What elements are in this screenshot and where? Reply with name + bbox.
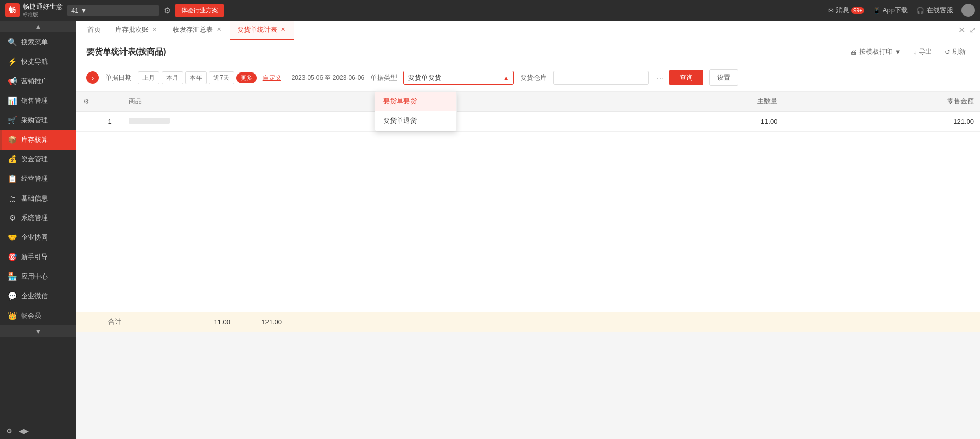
tab-order-stat-label: 要货单统计表	[237, 25, 277, 34]
settings-button[interactable]: 设置	[709, 69, 738, 86]
sidebar-collapse-icon[interactable]: ◀▶	[19, 427, 29, 435]
sidebar-item-enterprise[interactable]: 🤝 企业协同	[0, 228, 76, 247]
page-title: 要货单统计表(按商品)	[86, 47, 166, 58]
company-name: 41	[71, 7, 78, 14]
sidebar-label-enterprise: 企业协同	[21, 233, 48, 242]
tab-home[interactable]: 首页	[80, 21, 108, 40]
date-more-badge[interactable]: 更多	[236, 72, 257, 83]
sidebar-item-basics[interactable]: 🗂 基础信息	[0, 189, 76, 208]
sidebar-item-guide[interactable]: 🎯 新手引导	[0, 247, 76, 267]
type-select-input[interactable]	[404, 71, 498, 84]
messages-button[interactable]: ✉ 消息 99+	[828, 6, 864, 15]
sidebar-item-member[interactable]: 👑 畅会员	[0, 306, 76, 325]
settings-gear-icon[interactable]: ⚙	[164, 6, 171, 15]
logo-icon: 畅	[5, 3, 20, 17]
app-label: App下载	[883, 6, 908, 15]
dropdown-item-request[interactable]: 要货单要货	[375, 92, 456, 111]
footer-amount: 121.00	[237, 318, 288, 326]
row-amount: 121.00	[783, 112, 980, 132]
avatar[interactable]	[961, 4, 975, 17]
sidebar-label-wechat: 企业微信	[21, 291, 48, 301]
table-empty-area	[76, 132, 980, 312]
tab-receivable[interactable]: 收发存汇总表 ✕	[166, 21, 230, 40]
sidebar-item-sales[interactable]: 📊 销售管理	[0, 91, 76, 111]
table-header-row: ⚙ 商品 主计量单位 主数量 零售金额	[76, 92, 980, 112]
date-range-display: 2023-05-06 至 2023-06-06	[292, 74, 364, 82]
tab-window-maximize[interactable]: ⤢	[969, 25, 976, 35]
data-table: ⚙ 商品 主计量单位 主数量 零售金额 1	[76, 92, 980, 132]
sidebar-scroll-up[interactable]: ▲	[0, 21, 76, 32]
tab-order-stat-close[interactable]: ✕	[279, 26, 287, 33]
row-index: 1	[97, 112, 122, 132]
sidebar-item-system[interactable]: ⚙ 系统管理	[0, 208, 76, 228]
date-btn-7days[interactable]: 近7天	[209, 71, 234, 84]
date-btn-last-month[interactable]: 上月	[138, 71, 159, 84]
company-selector[interactable]: 41 ▼	[67, 5, 159, 16]
system-icon: ⚙	[8, 213, 17, 223]
message-icon: ✉	[828, 7, 834, 14]
sidebar-item-appstore[interactable]: 🏪 应用中心	[0, 267, 76, 286]
topbar: 畅 畅捷通好生意 标准版 41 ▼ ⚙ 体验行业方案 ✉ 消息 99+ 📱 Ap…	[0, 0, 980, 21]
query-button[interactable]: 查询	[669, 70, 703, 85]
type-select-wrap[interactable]: ▲	[403, 71, 514, 85]
sidebar-item-purchase[interactable]: 🛒 采购管理	[0, 111, 76, 130]
sidebar-item-wechat[interactable]: 💬 企业微信	[0, 286, 76, 306]
date-btn-this-month[interactable]: 本月	[162, 71, 183, 84]
footer-label: 合计	[82, 317, 185, 326]
export-icon: ↓	[914, 48, 917, 56]
date-btn-this-year[interactable]: 本年	[185, 71, 207, 84]
table-footer: 合计 11.00 121.00	[76, 312, 980, 332]
promo-button[interactable]: 体验行业方案	[175, 4, 224, 17]
tab-batch-label: 库存批次账	[115, 25, 149, 34]
tab-receivable-close[interactable]: ✕	[215, 26, 223, 33]
inventory-icon: 📦	[8, 135, 17, 144]
sidebar-label-marketing: 营销推广	[21, 77, 48, 86]
tab-home-label: 首页	[87, 25, 101, 34]
warehouse-input[interactable]	[553, 71, 649, 85]
export-button[interactable]: ↓ 导出	[910, 45, 937, 59]
tab-order-stat[interactable]: 要货单统计表 ✕	[230, 21, 294, 40]
table-row: 1 块 11.00 121.00	[76, 112, 980, 132]
search-icon: 🔍	[8, 38, 17, 47]
wechat-icon: 💬	[8, 291, 17, 301]
app-download-button[interactable]: 📱 App下载	[872, 6, 908, 15]
sidebar-bottom: ⚙ ◀▶	[0, 423, 76, 439]
col-header-settings[interactable]: ⚙	[76, 92, 97, 112]
sidebar-item-operations[interactable]: 📋 经营管理	[0, 169, 76, 189]
topbar-right: ✉ 消息 99+ 📱 App下载 🎧 在线客服	[828, 4, 975, 17]
row-qty: 11.00	[621, 112, 783, 132]
page-content: 要货单统计表(按商品) 🖨 按模板打印 ▼ ↓ 导出 ↺ 刷新	[76, 40, 980, 439]
type-select-arrow[interactable]: ▲	[498, 74, 513, 82]
tab-batch[interactable]: 库存批次账 ✕	[108, 21, 166, 40]
sidebar-scroll-down[interactable]: ▼	[0, 325, 76, 337]
table-settings-icon[interactable]: ⚙	[83, 98, 90, 105]
sidebar-label-finance: 资金管理	[21, 155, 48, 164]
print-button[interactable]: 🖨 按模板打印 ▼	[846, 45, 905, 59]
basics-icon: 🗂	[8, 194, 17, 203]
sidebar-item-quicknav[interactable]: ⚡ 快捷导航	[0, 52, 76, 71]
col-header-product: 商品	[122, 92, 391, 112]
tab-batch-close[interactable]: ✕	[151, 26, 158, 33]
page-actions: 🖨 按模板打印 ▼ ↓ 导出 ↺ 刷新	[846, 45, 970, 59]
service-icon: 🎧	[916, 7, 924, 14]
date-btn-custom[interactable]: 自定义	[259, 72, 286, 84]
sidebar-item-finance[interactable]: 💰 资金管理	[0, 150, 76, 169]
refresh-button[interactable]: ↺ 刷新	[940, 45, 970, 59]
appstore-icon: 🏪	[8, 272, 17, 281]
topbar-left: 畅 畅捷通好生意 标准版 41 ▼ ⚙ 体验行业方案	[5, 2, 224, 19]
col-header-index	[97, 92, 122, 112]
sidebar-item-marketing[interactable]: 📢 营销推广	[0, 71, 76, 91]
dropdown-item-return[interactable]: 要货单退货	[375, 111, 456, 131]
filter-toggle-button[interactable]: ›	[86, 71, 99, 84]
table-wrap: ⚙ 商品 主计量单位 主数量 零售金额 1	[76, 92, 980, 132]
sidebar-item-search[interactable]: 🔍 搜索菜单	[0, 32, 76, 52]
sidebar-label-appstore: 应用中心	[21, 272, 48, 281]
tab-window-minimize[interactable]: ✕	[958, 25, 965, 35]
logo-sub: 标准版	[23, 11, 63, 19]
filter-more-icon[interactable]: ···	[657, 74, 663, 82]
sidebar-settings-icon[interactable]: ⚙	[6, 427, 12, 435]
online-service-button[interactable]: 🎧 在线客服	[916, 6, 953, 15]
row-settings-cell	[76, 112, 97, 132]
sidebar-item-inventory[interactable]: 📦 库存核算	[0, 130, 76, 150]
sidebar-label-purchase: 采购管理	[21, 116, 48, 125]
